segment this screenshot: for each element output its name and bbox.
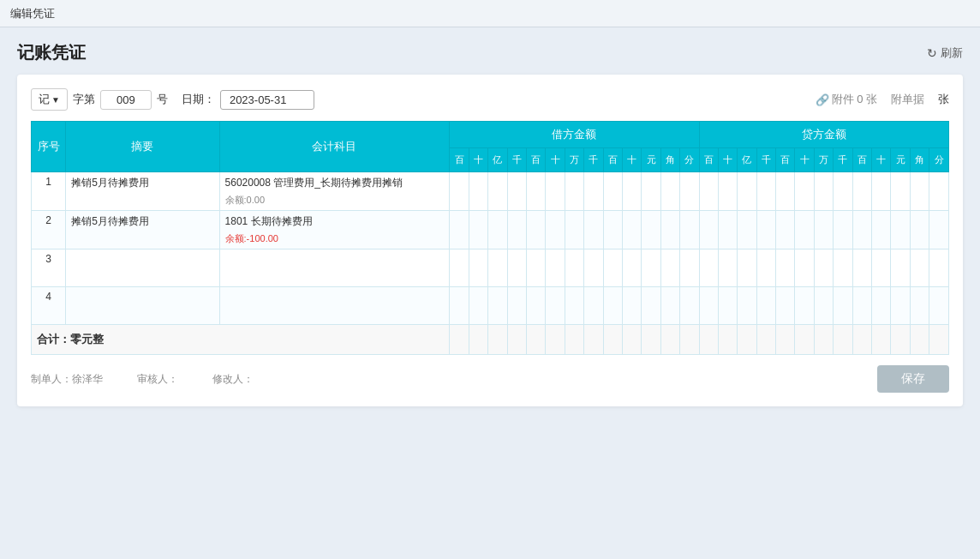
row-credit-4-12[interactable] (929, 287, 949, 325)
save-button[interactable]: 保存 (877, 365, 949, 393)
row-credit-1-8[interactable] (852, 172, 871, 211)
row-debit-4-6[interactable] (565, 287, 583, 325)
row-credit-2-6[interactable] (814, 211, 833, 249)
row-debit-4-9[interactable] (622, 287, 641, 325)
row-credit-4-2[interactable] (738, 287, 756, 325)
row-summary-2[interactable]: 摊销5月待摊费用 (66, 211, 219, 249)
row-debit-3-11[interactable] (660, 249, 679, 287)
row-debit-1-0[interactable] (450, 172, 469, 211)
row-credit-1-5[interactable] (795, 172, 814, 211)
row-credit-2-11[interactable] (910, 211, 929, 249)
row-credit-2-2[interactable] (738, 211, 756, 249)
attachment-link[interactable]: 🔗 附件 0 张 (816, 92, 877, 107)
row-debit-2-5[interactable] (546, 211, 565, 249)
row-credit-1-3[interactable] (756, 172, 775, 211)
row-credit-4-11[interactable] (910, 287, 929, 325)
row-debit-2-10[interactable] (642, 211, 660, 249)
row-credit-3-7[interactable] (834, 249, 852, 287)
refresh-button[interactable]: ↻ 刷新 (927, 45, 963, 61)
row-debit-3-12[interactable] (680, 249, 699, 287)
attachment-action-link[interactable]: 附单据 (891, 92, 924, 107)
row-credit-2-9[interactable] (872, 211, 891, 249)
row-debit-4-0[interactable] (450, 287, 469, 325)
row-credit-4-4[interactable] (776, 287, 795, 325)
row-debit-4-10[interactable] (642, 287, 660, 325)
row-debit-1-3[interactable] (507, 172, 526, 211)
row-credit-1-12[interactable] (929, 172, 949, 211)
row-credit-4-6[interactable] (814, 287, 833, 325)
row-debit-3-9[interactable] (622, 249, 641, 287)
row-credit-2-8[interactable] (852, 211, 871, 249)
row-debit-2-1[interactable] (469, 211, 487, 249)
row-credit-3-9[interactable] (872, 249, 891, 287)
row-debit-3-3[interactable] (507, 249, 526, 287)
row-credit-3-2[interactable] (738, 249, 756, 287)
row-debit-4-1[interactable] (469, 287, 487, 325)
row-debit-2-3[interactable] (507, 211, 526, 249)
row-debit-1-8[interactable] (603, 172, 622, 211)
row-summary-1[interactable]: 摊销5月待摊费用 (66, 172, 219, 211)
voucher-number-input[interactable] (100, 90, 152, 110)
row-credit-1-7[interactable] (834, 172, 852, 211)
row-debit-2-12[interactable] (680, 211, 699, 249)
row-debit-1-6[interactable] (565, 172, 583, 211)
row-debit-3-10[interactable] (642, 249, 660, 287)
row-credit-1-4[interactable] (776, 172, 795, 211)
row-debit-4-7[interactable] (584, 287, 603, 325)
row-credit-2-12[interactable] (929, 211, 949, 249)
row-credit-4-0[interactable] (699, 287, 718, 325)
row-credit-4-3[interactable] (756, 287, 775, 325)
row-credit-1-11[interactable] (910, 172, 929, 211)
row-credit-3-5[interactable] (795, 249, 814, 287)
row-account-4[interactable] (219, 287, 450, 325)
row-debit-2-4[interactable] (526, 211, 545, 249)
row-credit-1-0[interactable] (699, 172, 718, 211)
row-credit-1-1[interactable] (718, 172, 737, 211)
row-credit-1-10[interactable] (891, 172, 910, 211)
row-debit-3-4[interactable] (526, 249, 545, 287)
row-credit-3-0[interactable] (699, 249, 718, 287)
row-credit-1-2[interactable] (738, 172, 756, 211)
row-debit-2-6[interactable] (565, 211, 583, 249)
row-debit-4-4[interactable] (526, 287, 545, 325)
row-credit-2-3[interactable] (756, 211, 775, 249)
row-credit-3-4[interactable] (776, 249, 795, 287)
row-credit-2-4[interactable] (776, 211, 795, 249)
row-account-3[interactable] (219, 249, 450, 287)
row-credit-3-1[interactable] (718, 249, 737, 287)
row-debit-1-11[interactable] (660, 172, 679, 211)
row-credit-3-8[interactable] (852, 249, 871, 287)
type-dropdown-button[interactable]: 记 ▼ (31, 88, 68, 111)
row-debit-2-9[interactable] (622, 211, 641, 249)
row-debit-1-9[interactable] (622, 172, 641, 211)
row-summary-4[interactable] (66, 287, 219, 325)
row-credit-1-6[interactable] (814, 172, 833, 211)
row-debit-2-8[interactable] (603, 211, 622, 249)
row-debit-2-11[interactable] (660, 211, 679, 249)
row-debit-3-0[interactable] (450, 249, 469, 287)
row-credit-4-1[interactable] (718, 287, 737, 325)
row-debit-3-5[interactable] (546, 249, 565, 287)
row-debit-3-6[interactable] (565, 249, 583, 287)
row-credit-3-3[interactable] (756, 249, 775, 287)
row-debit-1-5[interactable] (546, 172, 565, 211)
row-debit-4-11[interactable] (660, 287, 679, 325)
row-debit-1-10[interactable] (642, 172, 660, 211)
row-credit-1-9[interactable] (872, 172, 891, 211)
row-debit-3-2[interactable] (488, 249, 507, 287)
row-debit-3-8[interactable] (603, 249, 622, 287)
row-credit-4-5[interactable] (795, 287, 814, 325)
row-debit-4-2[interactable] (488, 287, 507, 325)
row-credit-4-9[interactable] (872, 287, 891, 325)
row-credit-2-7[interactable] (834, 211, 852, 249)
row-debit-2-0[interactable] (450, 211, 469, 249)
row-debit-4-12[interactable] (680, 287, 699, 325)
row-credit-2-0[interactable] (699, 211, 718, 249)
row-credit-3-6[interactable] (814, 249, 833, 287)
row-debit-3-1[interactable] (469, 249, 487, 287)
row-credit-2-1[interactable] (718, 211, 737, 249)
row-debit-1-4[interactable] (526, 172, 545, 211)
row-debit-2-7[interactable] (584, 211, 603, 249)
row-debit-2-2[interactable] (488, 211, 507, 249)
row-credit-3-11[interactable] (910, 249, 929, 287)
